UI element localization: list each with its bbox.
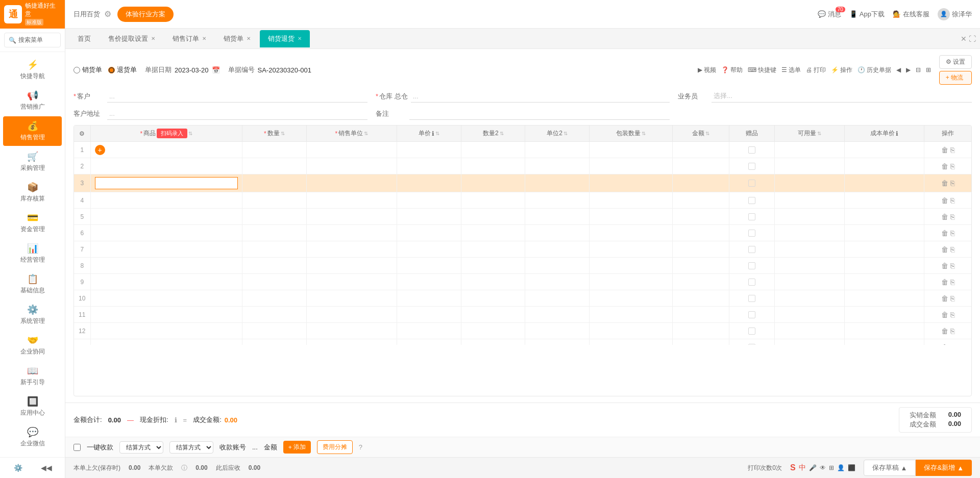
qty-cell-1[interactable]: [242, 142, 306, 158]
app-download-button[interactable]: 📱 App下载: [849, 10, 885, 19]
qty2-cell-2[interactable]: [461, 158, 525, 174]
gift-cell-9[interactable]: [729, 274, 774, 290]
unit2-cell-10[interactable]: [525, 290, 589, 307]
available-sort-icon[interactable]: ⇅: [817, 131, 821, 136]
product-cell-12[interactable]: [90, 323, 242, 339]
unit-price-cell-7[interactable]: [397, 241, 461, 258]
gift-checkbox-11[interactable]: [748, 311, 755, 318]
sidebar-item-畅会员[interactable]: 👑畅会员: [3, 453, 62, 457]
unit-price-cell-2[interactable]: [397, 158, 461, 174]
available-cell-10[interactable]: [774, 290, 844, 307]
unit-price-cell-1[interactable]: [397, 142, 461, 158]
amount-cell-1[interactable]: [672, 142, 729, 158]
save-new-button[interactable]: 保存&新增 ▲: [916, 460, 972, 476]
delete-row-1[interactable]: 🗑: [941, 146, 948, 154]
product-cell-7[interactable]: [90, 241, 242, 258]
qty2-cell-7[interactable]: [461, 241, 525, 258]
sidebar-item-系统管理[interactable]: ⚙️系统管理: [3, 300, 62, 330]
trial-button[interactable]: 体验行业方案: [117, 7, 174, 22]
tab-3[interactable]: 销货单✕: [215, 30, 259, 47]
sidebar-item-经营管理[interactable]: 📊经营管理: [3, 239, 62, 268]
available-cell-1[interactable]: [774, 142, 844, 158]
product-cell-6[interactable]: [90, 225, 242, 241]
qty2-cell-3[interactable]: [461, 174, 525, 192]
operate-button[interactable]: ⚡ 操作: [831, 66, 852, 74]
product-cell-8[interactable]: [90, 258, 242, 274]
qty-cell-10[interactable]: [242, 290, 306, 307]
pack-qty-cell-13[interactable]: [589, 339, 672, 345]
qty-cell-4[interactable]: [242, 192, 306, 209]
summary-method-select[interactable]: 结算方式: [169, 441, 213, 454]
copy-row-2[interactable]: ⎘: [950, 162, 954, 170]
tab-2[interactable]: 销售订单✕: [164, 30, 214, 47]
help-button[interactable]: ❓ 帮助: [721, 66, 743, 74]
next-button[interactable]: ▶: [906, 66, 911, 73]
gift-checkbox-13[interactable]: [748, 344, 755, 345]
fee-split-button[interactable]: 费用分摊: [317, 440, 353, 454]
gift-cell-5[interactable]: [729, 209, 774, 225]
cost-price-cell-3[interactable]: [844, 174, 924, 192]
type-sale-radio[interactable]: [74, 67, 80, 73]
qty2-sort-icon[interactable]: ⇅: [500, 131, 504, 136]
copy-row-7[interactable]: ⎘: [950, 245, 954, 254]
topbar-settings-icon[interactable]: ⚙: [104, 9, 111, 19]
sidebar-item-应用中心[interactable]: 🔲应用中心: [3, 392, 62, 421]
maximize-button[interactable]: ⛶: [969, 35, 976, 43]
available-cell-7[interactable]: [774, 241, 844, 258]
cost-price-cell-10[interactable]: [844, 290, 924, 307]
onkey-collect-checkbox[interactable]: [74, 444, 81, 451]
gift-checkbox-8[interactable]: [748, 262, 755, 269]
sale-unit-cell-2[interactable]: [306, 158, 397, 174]
person-icon[interactable]: 👤: [837, 464, 845, 471]
sidebar-item-资金管理[interactable]: 💳资金管理: [3, 208, 62, 238]
qty-cell-9[interactable]: [242, 274, 306, 290]
sidebar-item-销售管理[interactable]: 💰销售管理: [3, 116, 62, 146]
sale-unit-cell-9[interactable]: [306, 274, 397, 290]
sale-unit-cell-3[interactable]: [306, 174, 397, 192]
qty2-cell-6[interactable]: [461, 225, 525, 241]
pack-qty-cell-3[interactable]: [589, 174, 672, 192]
tab-close-3[interactable]: ✕: [247, 36, 251, 41]
calc-method-select[interactable]: 结算方式: [119, 441, 163, 454]
unit2-cell-3[interactable]: [525, 174, 589, 192]
delete-row-3[interactable]: 🗑: [941, 179, 948, 187]
product-cell-1[interactable]: +: [90, 142, 242, 158]
qty-cell-6[interactable]: [242, 225, 306, 241]
pack-qty-cell-9[interactable]: [589, 274, 672, 290]
gift-checkbox-2[interactable]: [748, 163, 755, 170]
copy-row-4[interactable]: ⎘: [950, 196, 954, 205]
qty2-cell-1[interactable]: [461, 142, 525, 158]
delete-row-7[interactable]: 🗑: [941, 245, 948, 254]
delete-row-2[interactable]: 🗑: [941, 162, 948, 170]
gift-cell-12[interactable]: [729, 323, 774, 339]
copy-row-12[interactable]: ⎘: [950, 327, 954, 335]
customer-input[interactable]: ...: [107, 90, 368, 103]
qty2-cell-12[interactable]: [461, 323, 525, 339]
print-button[interactable]: 🖨 打印: [806, 66, 826, 74]
copy-row-10[interactable]: ⎘: [950, 294, 954, 303]
unit-price-cell-4[interactable]: [397, 192, 461, 209]
qty-cell-5[interactable]: [242, 209, 306, 225]
qty2-cell-11[interactable]: [461, 307, 525, 323]
gift-cell-4[interactable]: [729, 192, 774, 209]
unit2-cell-4[interactable]: [525, 192, 589, 209]
unit-price-cell-10[interactable]: [397, 290, 461, 307]
amount-cell-10[interactable]: [672, 290, 729, 307]
qty2-cell-13[interactable]: [461, 339, 525, 345]
product-cell-10[interactable]: [90, 290, 242, 307]
delete-row-4[interactable]: 🗑: [941, 196, 948, 205]
pack-qty-cell-11[interactable]: [589, 307, 672, 323]
delete-row-10[interactable]: 🗑: [941, 294, 948, 303]
gift-checkbox-1[interactable]: [748, 146, 755, 154]
pack-qty-cell-4[interactable]: [589, 192, 672, 209]
copy-row-5[interactable]: ⎘: [950, 213, 954, 221]
gift-checkbox-9[interactable]: [748, 279, 755, 286]
amount-cell-7[interactable]: [672, 241, 729, 258]
copy-row-6[interactable]: ⎘: [950, 229, 954, 237]
unit-price-cell-12[interactable]: [397, 323, 461, 339]
save-dropdown-icon[interactable]: ▲: [957, 464, 964, 472]
cost-price-cell-7[interactable]: [844, 241, 924, 258]
tab-0[interactable]: 首页: [69, 30, 99, 47]
tab-1[interactable]: 售价提取设置✕: [100, 30, 163, 47]
unit-price-cell-11[interactable]: [397, 307, 461, 323]
